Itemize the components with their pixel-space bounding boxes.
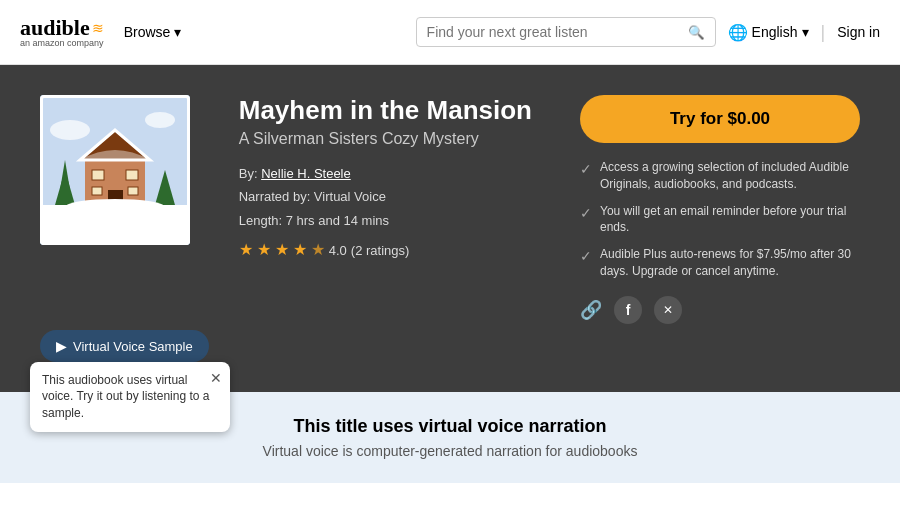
- star-half: ★: [311, 236, 325, 265]
- language-button[interactable]: 🌐 English ▾: [728, 23, 809, 42]
- book-subtitle: A Silverman Sisters Cozy Mystery: [239, 130, 550, 148]
- try-btn-label: Try for $0.00: [670, 109, 770, 128]
- book-info: Mayhem in the Mansion A Silverman Sister…: [239, 95, 550, 265]
- star-3: ★: [275, 236, 289, 265]
- stars-row: ★ ★ ★ ★ ★ 4.0 (2 ratings): [239, 236, 550, 265]
- check-icon-3: ✓: [580, 247, 592, 267]
- language-label: English: [752, 24, 798, 40]
- author-line: By: Nellie H. Steele: [239, 162, 550, 185]
- book-cover: A Cozy Mystery Nellie H. Steele: [40, 95, 190, 245]
- benefit-item-1: ✓ Access a growing selection of included…: [580, 159, 860, 193]
- length-line: Length: 7 hrs and 14 mins: [239, 209, 550, 232]
- tooltip-box: This audiobook uses virtual voice. Try i…: [30, 362, 230, 432]
- book-cover-inner: A Cozy Mystery Nellie H. Steele: [40, 95, 190, 245]
- benefit-text-2: You will get an email reminder before yo…: [600, 203, 860, 237]
- check-icon-2: ✓: [580, 204, 592, 224]
- copy-link-button[interactable]: 🔗: [580, 299, 602, 321]
- virtual-voice-btn-label: Virtual Voice Sample: [73, 339, 193, 354]
- star-1: ★: [239, 236, 253, 265]
- narrated-line: Narrated by: Virtual Voice: [239, 185, 550, 208]
- benefit-item-3: ✓ Audible Plus auto-renews for $7.95/mo …: [580, 246, 860, 280]
- facebook-icon: f: [626, 302, 631, 318]
- cta-panel: Try for $0.00 ✓ Access a growing selecti…: [580, 95, 860, 324]
- main-section: A Cozy Mystery Nellie H. Steele: [0, 65, 900, 392]
- rating-count: (2 ratings): [351, 239, 410, 262]
- share-row: 🔗 f ✕: [580, 296, 860, 324]
- chevron-down-icon: ▾: [174, 24, 181, 40]
- logo-sub: an amazon company: [20, 39, 104, 48]
- check-icon-1: ✓: [580, 160, 592, 180]
- sign-in-button[interactable]: Sign in: [837, 24, 880, 40]
- header: audible ≋ an amazon company Browse ▾ 🔍 🌐…: [0, 0, 900, 65]
- globe-icon: 🌐: [728, 23, 748, 42]
- author-link[interactable]: Nellie H. Steele: [261, 166, 351, 181]
- try-free-button[interactable]: Try for $0.00: [580, 95, 860, 143]
- search-icon: 🔍: [688, 25, 705, 40]
- benefit-text-3: Audible Plus auto-renews for $7.95/mo af…: [600, 246, 860, 280]
- browse-label: Browse: [124, 24, 171, 40]
- logo-waves: ≋: [92, 21, 104, 35]
- search-input[interactable]: [427, 24, 688, 40]
- twitter-icon: ✕: [663, 303, 673, 317]
- tooltip-text: This audiobook uses virtual voice. Try i…: [42, 373, 209, 421]
- link-icon: 🔗: [580, 300, 602, 320]
- twitter-share-button[interactable]: ✕: [654, 296, 682, 324]
- rating-value: 4.0: [329, 239, 347, 262]
- header-left: audible ≋ an amazon company Browse ▾: [20, 17, 181, 48]
- search-button[interactable]: 🔍: [688, 25, 705, 40]
- by-label: By:: [239, 166, 258, 181]
- book-meta: By: Nellie H. Steele Narrated by: Virtua…: [239, 162, 550, 265]
- facebook-share-button[interactable]: f: [614, 296, 642, 324]
- divider: |: [821, 22, 826, 43]
- book-cover-area: A Cozy Mystery Nellie H. Steele: [40, 95, 209, 362]
- logo: audible ≋ an amazon company: [20, 17, 104, 48]
- sign-in-label: Sign in: [837, 24, 880, 40]
- book-title: Mayhem in the Mansion: [239, 95, 550, 126]
- benefit-text-1: Access a growing selection of included A…: [600, 159, 860, 193]
- star-4: ★: [293, 236, 307, 265]
- banner-subtitle: Virtual voice is computer-generated narr…: [20, 443, 880, 459]
- play-icon: ▶: [56, 338, 67, 354]
- close-icon: ✕: [210, 370, 222, 386]
- chevron-down-icon: ▾: [802, 24, 809, 40]
- search-bar: 🔍: [416, 17, 716, 47]
- star-2: ★: [257, 236, 271, 265]
- benefit-item-2: ✓ You will get an email reminder before …: [580, 203, 860, 237]
- virtual-voice-sample-button[interactable]: ▶ Virtual Voice Sample: [40, 330, 209, 362]
- tooltip-close-button[interactable]: ✕: [210, 370, 222, 386]
- benefit-list: ✓ Access a growing selection of included…: [580, 159, 860, 280]
- logo-text: audible: [20, 17, 90, 39]
- browse-button[interactable]: Browse ▾: [124, 24, 182, 40]
- header-right: 🔍 🌐 English ▾ | Sign in: [416, 17, 880, 47]
- cover-border: [40, 95, 190, 245]
